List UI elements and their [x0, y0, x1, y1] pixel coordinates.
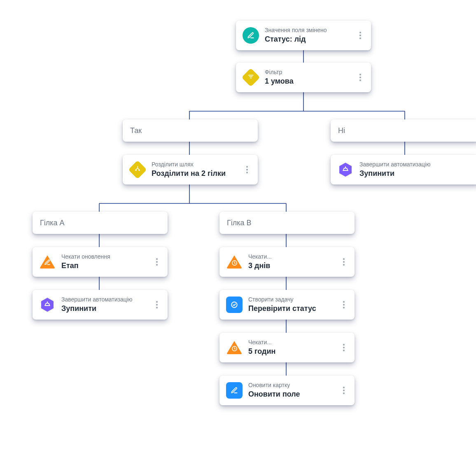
- b-task-main: Перевірити статус: [248, 304, 335, 313]
- check-square-icon: [226, 297, 243, 313]
- stop-hex-icon: [337, 161, 354, 178]
- filter-node[interactable]: Фільтр 1 умова: [236, 63, 371, 92]
- b-update-sub: Оновити картку: [248, 382, 335, 389]
- a-stop-sub: Завершити автоматизацію: [61, 296, 148, 303]
- wait-clock-triangle-icon: [226, 339, 243, 356]
- branch-a-text: Гілка A: [40, 219, 65, 227]
- pencil-square-icon: [226, 382, 243, 399]
- branch-no-text: Ні: [338, 126, 345, 135]
- branch-yes-text: Так: [130, 126, 142, 135]
- kebab-menu-icon[interactable]: [340, 344, 348, 351]
- trigger-main: Статус: лід: [265, 35, 351, 44]
- a-wait-node[interactable]: Чекати оновлення Етап: [33, 247, 168, 277]
- kebab-menu-icon[interactable]: [153, 301, 161, 308]
- svg-marker-6: [41, 298, 54, 312]
- branch-a-label[interactable]: Гілка A: [33, 212, 168, 234]
- filter-main: 1 умова: [265, 77, 351, 86]
- kebab-menu-icon[interactable]: [356, 32, 364, 39]
- trigger-sub: Значення поля змінено: [265, 27, 351, 34]
- split-sub: Розділити шлях: [152, 161, 238, 168]
- b-update-main: Оновити поле: [248, 390, 335, 399]
- stop-hex-icon: [39, 297, 56, 313]
- svg-marker-5: [339, 163, 352, 177]
- branch-yes-label[interactable]: Так: [123, 119, 258, 142]
- kebab-menu-icon[interactable]: [340, 258, 348, 266]
- b-wait2-sub: Чекати...: [248, 339, 335, 346]
- kebab-menu-icon[interactable]: [340, 387, 348, 394]
- a-wait-main: Етап: [61, 261, 148, 271]
- pencil-circle-icon: [243, 27, 259, 44]
- b-wait2-node[interactable]: Чекати... 5 годин: [219, 333, 355, 362]
- no-stop-node[interactable]: Завершити автоматизацію Зупинити: [331, 155, 476, 184]
- branch-no-label[interactable]: Ні: [331, 119, 476, 142]
- branch-b-text: Гілка B: [227, 219, 252, 227]
- a-stop-main: Зупинити: [61, 304, 148, 313]
- split-diamond-icon: [129, 161, 146, 178]
- trigger-node[interactable]: Значення поля змінено Статус: лід: [236, 21, 371, 50]
- split-main: Розділити на 2 гілки: [152, 169, 238, 178]
- b-wait1-sub: Чекати...: [248, 253, 335, 260]
- wait-triangle-icon: [39, 254, 56, 270]
- svg-point-4: [139, 170, 140, 170]
- b-update-node[interactable]: Оновити картку Оновити поле: [219, 376, 355, 405]
- b-wait1-node[interactable]: Чекати... 3 днів: [219, 247, 355, 277]
- kebab-menu-icon[interactable]: [153, 258, 161, 266]
- no-stop-sub: Завершити автоматизацію: [359, 161, 472, 168]
- a-wait-sub: Чекати оновлення: [61, 253, 148, 260]
- kebab-menu-icon[interactable]: [356, 74, 364, 81]
- kebab-menu-icon[interactable]: [243, 166, 251, 173]
- split-path-node[interactable]: Розділити шлях Розділити на 2 гілки: [123, 155, 258, 184]
- b-task-sub: Створити задачу: [248, 296, 335, 303]
- b-wait1-main: 3 днів: [248, 261, 335, 271]
- filter-diamond-icon: [243, 69, 259, 86]
- automation-flow-canvas: Значення поля змінено Статус: лід Фільтр…: [0, 0, 476, 453]
- wait-clock-triangle-icon: [226, 254, 243, 270]
- kebab-menu-icon[interactable]: [340, 301, 348, 308]
- no-stop-main: Зупинити: [359, 169, 472, 178]
- svg-point-3: [135, 170, 136, 170]
- b-wait2-main: 5 годин: [248, 347, 335, 356]
- b-task-node[interactable]: Створити задачу Перевірити статус: [219, 290, 355, 320]
- a-stop-node[interactable]: Завершити автоматизацію Зупинити: [33, 290, 168, 320]
- branch-b-label[interactable]: Гілка B: [219, 212, 355, 234]
- filter-sub: Фільтр: [265, 69, 351, 76]
